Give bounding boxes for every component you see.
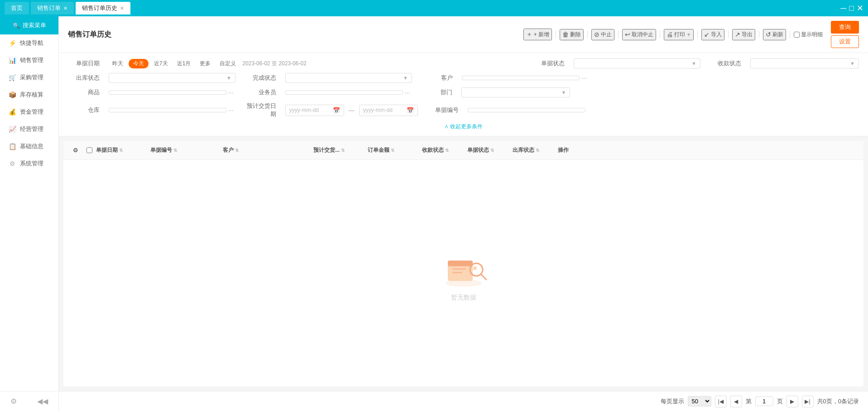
inventory-icon: 📦 — [8, 91, 16, 99]
calendar-end-icon[interactable]: 📅 — [407, 107, 414, 114]
sidebar-item-system[interactable]: ⚙ 系统管理 — [0, 155, 58, 172]
toolbar: ＋ + 新增 🗑 删除 ⊘ 中止 ↩ 取消中止 — [523, 21, 859, 53]
delivery-date-end[interactable]: yyyy-mm-dd 📅 — [359, 105, 418, 116]
stop-button[interactable]: ⊘ 中止 — [591, 29, 614, 40]
query-button[interactable]: 查询 — [831, 21, 859, 34]
date-label: 单据日期 — [68, 59, 100, 68]
table-select-all[interactable] — [82, 147, 96, 153]
show-detail-checkbox-label[interactable]: 显示明细 — [794, 31, 823, 39]
salesperson-input[interactable] — [285, 90, 403, 95]
calendar-start-icon[interactable]: 📅 — [333, 107, 340, 114]
minimize-button[interactable]: ─ — [840, 4, 846, 13]
empty-illustration: 暂无数据 — [436, 160, 491, 387]
print-icon: 🖨 — [667, 31, 673, 38]
sidebar-search-label: 搜索菜单 — [23, 21, 46, 29]
svg-rect-2 — [448, 261, 473, 266]
collapse-bar[interactable]: ∧ 收起更多条件 — [68, 123, 859, 131]
close-button[interactable]: ✕ — [857, 3, 863, 13]
sidebar-item-purchase[interactable]: 🛒 采购管理 — [0, 69, 58, 86]
date-tab-custom[interactable]: 自定义 — [216, 59, 240, 68]
svg-rect-4 — [452, 268, 466, 270]
tab-home[interactable]: 首页 — [5, 2, 29, 15]
collapse-up-icon: ∧ — [444, 123, 449, 130]
date-tab-7days[interactable]: 近7天 — [150, 59, 172, 68]
next-page-button[interactable]: ▶ — [786, 396, 798, 407]
divider-5 — [697, 31, 698, 38]
setting-button[interactable]: 设置 — [831, 35, 859, 48]
sidebar-item-business[interactable]: 📈 经营管理 — [0, 121, 58, 138]
salesperson-dots-icon[interactable]: ··· — [403, 89, 412, 96]
col-stock-label: 出库状态 — [513, 146, 534, 154]
import-button[interactable]: ↙ 导入 — [701, 29, 724, 40]
customer-input[interactable] — [462, 76, 580, 80]
sidebar-item-basic[interactable]: 📋 基础信息 — [0, 138, 58, 155]
sidebar-settings-icon[interactable]: ⚙ — [9, 395, 19, 407]
maximize-button[interactable]: □ — [849, 4, 854, 13]
col-header-date[interactable]: 单据日期 ⇅ — [96, 146, 150, 154]
sidebar: 🔍 搜索菜单 ⚡ 快捷导航 📊 销售管理 🛒 采购管理 📦 库存核算 💰 资金管… — [0, 16, 59, 411]
filter-row-4: 仓库 ··· 预计交货日期 yyyy-mm-dd 📅 — yyyy-mm-dd … — [68, 102, 859, 118]
divider-7 — [759, 31, 759, 38]
delete-button[interactable]: 🗑 删除 — [560, 29, 584, 40]
prev-page-button[interactable]: ◀ — [730, 396, 742, 407]
sidebar-collapse-icon[interactable]: ◀◀ — [35, 395, 50, 407]
date-tab-yesterday[interactable]: 昨天 — [109, 59, 127, 68]
sidebar-item-shortcuts[interactable]: ⚡ 快捷导航 — [0, 34, 58, 52]
export-button[interactable]: ↗ 导出 — [732, 29, 755, 40]
table-area: ⚙ 单据日期 ⇅ 单据编号 ⇅ 客户 ⇅ 预计交货... — [63, 141, 863, 387]
col-action-label: 操作 — [558, 146, 569, 154]
tab-sales-order-close[interactable]: ✕ — [63, 5, 67, 11]
warehouse-dots-icon[interactable]: ··· — [226, 106, 235, 114]
warehouse-input[interactable] — [109, 108, 226, 112]
col-header-num[interactable]: 单据编号 ⇅ — [150, 146, 223, 154]
refresh-button[interactable]: ↺ 刷新 — [763, 29, 786, 40]
sort-amount-icon: ⇅ — [391, 148, 394, 153]
col-header-receipt[interactable]: 收款状态 ⇅ — [422, 146, 467, 154]
table-settings-icon[interactable]: ⚙ — [69, 147, 82, 154]
delivery-date-start[interactable]: yyyy-mm-dd 📅 — [285, 105, 344, 116]
delete-icon: 🗑 — [562, 31, 569, 38]
show-detail-checkbox[interactable] — [794, 32, 800, 38]
pagination: 每页显示 10 20 50 100 |◀ ◀ 第 页 ▶ ▶| 共0页，0条记录 — [59, 391, 868, 411]
sort-status-icon: ⇅ — [490, 148, 494, 153]
order-num-input[interactable] — [468, 108, 585, 112]
stock-out-select[interactable]: ▼ — [109, 73, 235, 83]
page-number-input[interactable] — [755, 396, 773, 406]
customer-dots-icon[interactable]: ··· — [580, 74, 589, 82]
receipt-status-arrow-icon: ▼ — [850, 61, 855, 66]
goods-input[interactable] — [109, 90, 226, 95]
department-select[interactable]: ▼ — [461, 87, 570, 97]
tab-sales-order[interactable]: 销售订单 ✕ — [31, 2, 74, 15]
sidebar-item-finance[interactable]: 💰 资金管理 — [0, 103, 58, 121]
col-num-label: 单据编号 — [150, 146, 172, 154]
col-header-delivery[interactable]: 预计交货... ⇅ — [313, 146, 368, 154]
date-tab-more[interactable]: 更多 — [196, 59, 214, 68]
page-size-select[interactable]: 10 20 50 100 — [688, 396, 711, 406]
sidebar-item-sales[interactable]: 📊 销售管理 — [0, 52, 58, 69]
business-icon: 📈 — [8, 125, 16, 133]
new-button[interactable]: ＋ + 新增 — [523, 29, 552, 40]
goods-dots-icon[interactable]: ··· — [226, 89, 235, 96]
date-tab-today[interactable]: 今天 — [129, 59, 149, 68]
tab-sales-history-close[interactable]: ✕ — [120, 5, 124, 11]
sidebar-item-inventory[interactable]: 📦 库存核算 — [0, 86, 58, 103]
select-all-checkbox[interactable] — [86, 147, 92, 153]
cancel-stop-button[interactable]: ↩ 取消中止 — [622, 29, 656, 40]
col-header-status[interactable]: 单据状态 ⇅ — [467, 146, 513, 154]
filter-row-1: 单据日期 昨天 今天 近7天 近1月 更多 自定义 2023-06-02 至 2… — [68, 58, 859, 68]
col-header-amount[interactable]: 订单金额 ⇅ — [368, 146, 422, 154]
date-tab-1month[interactable]: 近1月 — [173, 59, 195, 68]
print-button[interactable]: 🖨 打印 ▼ — [664, 29, 694, 40]
finance-icon: 💰 — [8, 108, 16, 116]
complete-status-select[interactable]: ▼ — [285, 73, 412, 83]
first-page-button[interactable]: |◀ — [715, 396, 727, 407]
col-header-customer[interactable]: 客户 ⇅ — [223, 146, 313, 154]
col-header-stock[interactable]: 出库状态 ⇅ — [513, 146, 558, 154]
sidebar-search[interactable]: 🔍 搜索菜单 — [0, 16, 58, 34]
tab-sales-history[interactable]: 销售订单历史 ✕ — [76, 2, 130, 15]
order-status-select[interactable]: ▼ — [574, 58, 700, 68]
receipt-status-select[interactable]: ▼ — [750, 58, 859, 68]
date-range-display: 2023-06-02 至 2023-06-02 — [242, 60, 306, 68]
divider-4 — [660, 31, 660, 38]
last-page-button[interactable]: ▶| — [802, 396, 814, 407]
